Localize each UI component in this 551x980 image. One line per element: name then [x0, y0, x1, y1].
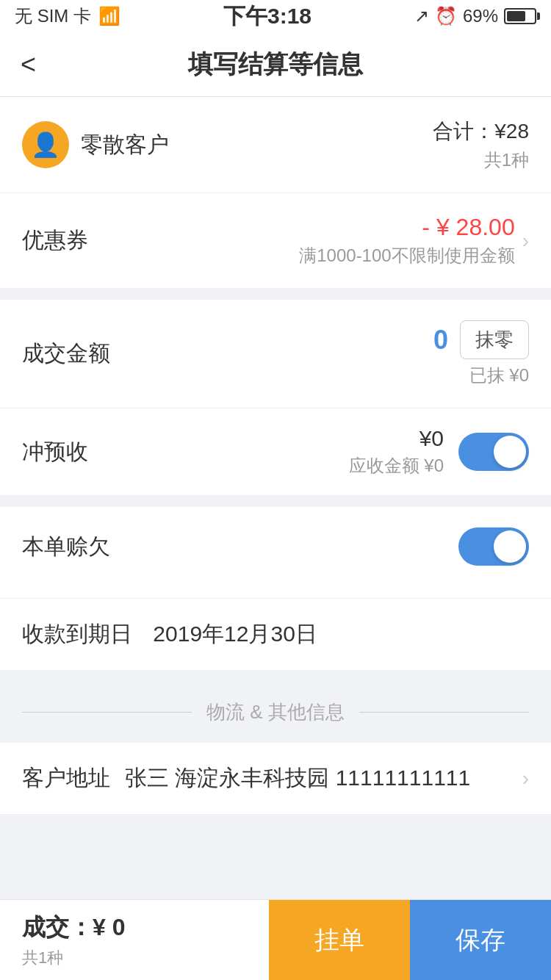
coupon-label: 优惠券	[22, 226, 88, 256]
status-left: 无 SIM 卡 📶	[15, 4, 120, 28]
back-button[interactable]: <	[21, 49, 36, 80]
customer-name: 零散客户	[81, 130, 169, 160]
precollect-row: 冲预收 ¥0 应收金额 ¥0	[0, 408, 551, 495]
due-date-value: 2019年12月30日	[153, 621, 317, 646]
precollect-amounts: ¥0 应收金额 ¥0	[349, 426, 444, 478]
bottom-summary-count: 共1种	[22, 947, 247, 969]
debt-row: 本单赊欠	[0, 507, 551, 586]
wifi-icon: 📶	[98, 6, 120, 26]
avatar: 👤	[22, 121, 69, 168]
debt-toggle[interactable]	[458, 527, 529, 566]
precollect-toggle[interactable]	[458, 433, 529, 471]
coupon-right: - ¥ 28.00 满1000-100不限制使用金额 ›	[299, 214, 529, 267]
address-label: 客户地址	[22, 763, 110, 793]
amount-sub: 已抹 ¥0	[433, 364, 529, 387]
address-value: 张三 海淀永丰科技园 11111111111	[125, 763, 522, 793]
due-date-row: 收款到期日 2019年12月30日	[0, 598, 551, 670]
precollect-sub: 应收金额 ¥0	[349, 454, 444, 478]
page-title: 填写结算等信息	[188, 48, 363, 82]
amount-section: 成交金额 0 抹零 已抹 ¥0 冲预收 ¥0 应收金额 ¥0	[0, 300, 551, 495]
round-button[interactable]: 抹零	[460, 320, 529, 359]
customer-section: 👤 零散客户 合计：¥28 共1种 优惠券 - ¥ 28.00 满1000-10…	[0, 97, 551, 288]
bottom-bar: 成交：¥ 0 共1种 挂单 保存	[0, 899, 551, 980]
customer-right: 合计：¥28 共1种	[433, 118, 529, 172]
precollect-right: ¥0 应收金额 ¥0	[349, 426, 529, 478]
logistics-header: 物流 & 其他信息	[0, 682, 551, 743]
battery-fill	[507, 11, 525, 21]
hangup-button[interactable]: 挂单	[269, 900, 410, 981]
toggle-thumb	[494, 436, 526, 468]
save-button[interactable]: 保存	[410, 900, 551, 981]
total-amount: 合计：¥28	[433, 118, 529, 145]
due-date-label: 收款到期日	[22, 621, 132, 646]
logistics-line-right	[359, 712, 529, 713]
alarm-icon: ⏰	[435, 6, 457, 26]
battery-label: 69%	[463, 6, 498, 26]
coupon-details: - ¥ 28.00 满1000-100不限制使用金额	[299, 214, 514, 267]
carrier-label: 无 SIM 卡	[15, 4, 91, 28]
chevron-right-icon: ›	[522, 229, 529, 253]
status-bar: 无 SIM 卡 📶 下午3:18 ↗ ⏰ 69%	[0, 0, 551, 32]
bottom-summary: 成交：¥ 0 共1种	[0, 912, 269, 969]
amount-label: 成交金额	[22, 339, 110, 369]
status-right: ↗ ⏰ 69%	[414, 6, 536, 26]
amount-value-wrap: 0 抹零	[433, 320, 529, 359]
summary-value: ¥ 0	[93, 914, 125, 940]
coupon-discount: - ¥ 28.00	[299, 214, 514, 241]
address-chevron-icon: ›	[522, 767, 529, 790]
amount-value: 0	[433, 325, 448, 356]
precollect-main: ¥0	[349, 426, 444, 451]
debt-toggle-thumb	[494, 530, 526, 563]
total-count: 共1种	[433, 148, 529, 172]
avatar-icon: 👤	[31, 131, 60, 159]
location-icon: ↗	[414, 6, 429, 26]
logistics-line-left	[22, 712, 192, 713]
nav-bar: < 填写结算等信息	[0, 32, 551, 97]
debt-label: 本单赊欠	[22, 532, 110, 562]
debt-section: 本单赊欠 收款到期日 2019年12月30日	[0, 507, 551, 670]
address-row[interactable]: 客户地址 张三 海淀永丰科技园 11111111111 ›	[0, 743, 551, 814]
address-right: ›	[522, 767, 529, 790]
customer-row: 👤 零散客户 合计：¥28 共1种	[0, 97, 551, 192]
logistics-label: 物流 & 其他信息	[192, 699, 359, 725]
amount-row: 成交金额 0 抹零 已抹 ¥0	[0, 300, 551, 408]
battery-icon	[504, 8, 536, 24]
status-time: 下午3:18	[223, 1, 311, 32]
customer-left: 👤 零散客户	[22, 121, 169, 168]
precollect-label: 冲预收	[22, 437, 88, 467]
bottom-summary-top: 成交：¥ 0	[22, 912, 247, 944]
coupon-desc: 满1000-100不限制使用金额	[299, 244, 514, 267]
amount-right: 0 抹零 已抹 ¥0	[433, 320, 529, 387]
summary-label: 成交：	[22, 914, 93, 940]
coupon-row[interactable]: 优惠券 - ¥ 28.00 满1000-100不限制使用金额 ›	[0, 192, 551, 288]
